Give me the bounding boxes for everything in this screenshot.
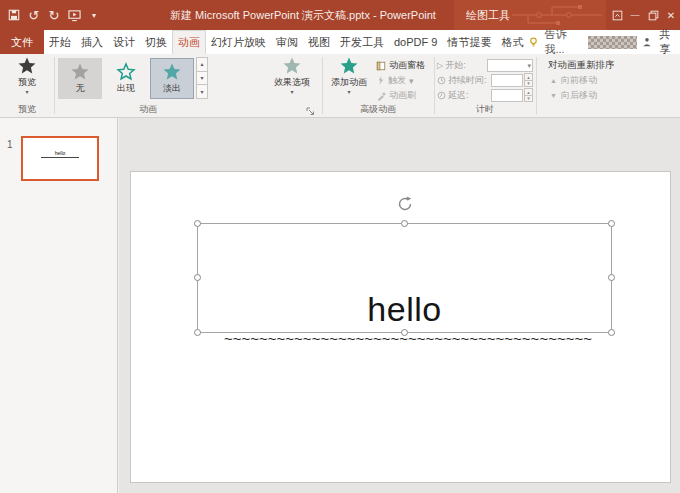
- animation-appear-option[interactable]: 出现: [104, 58, 148, 99]
- duration-label: 持续时间:: [448, 74, 487, 87]
- duration-input[interactable]: [491, 74, 523, 87]
- minimize-button[interactable]: —: [626, 0, 644, 30]
- animation-fade-option-selected[interactable]: 淡出: [150, 58, 194, 99]
- tab-developer[interactable]: 开发工具: [335, 30, 389, 54]
- redo-icon: ↻: [49, 8, 60, 23]
- duration-row: 持续时间: ▴ ▾: [437, 74, 533, 87]
- drawing-tools-decoration: [512, 3, 604, 27]
- slide-thumbnail[interactable]: hello: [21, 136, 99, 181]
- ribbon-display-options-button[interactable]: [608, 0, 626, 30]
- up-icon: ▴: [200, 61, 203, 67]
- animation-group-label: 动画: [54, 103, 242, 116]
- add-animation-label: 添加动画: [331, 77, 367, 88]
- tab-storyboarding[interactable]: 情节提要: [442, 30, 496, 54]
- move-earlier-label: 向前移动: [561, 74, 597, 87]
- delay-spinner: ▴ ▾: [524, 89, 533, 102]
- gallery-down-button[interactable]: ▾: [196, 71, 208, 86]
- qat-customize-button[interactable]: ▾: [84, 0, 104, 30]
- ribbon-tab-bar: 文件 开始 插入 设计 切换 动画 幻灯片放映 审阅 视图 开发工具 doPDF…: [0, 30, 680, 54]
- powerpoint-window: ↺ ↻ ▾ 新建 Microsoft PowerPoint 演示文稿.pptx …: [0, 0, 680, 493]
- more-icon: ▾: [200, 89, 203, 95]
- selection-handle-middle-right[interactable]: [608, 274, 615, 281]
- effect-options-star-icon: [282, 56, 302, 76]
- tab-slide-show[interactable]: 幻灯片放映: [206, 30, 271, 54]
- close-button[interactable]: ✕: [662, 0, 680, 30]
- animation-option-label: 出现: [117, 83, 135, 93]
- restore-icon: [648, 10, 659, 21]
- move-earlier-button[interactable]: ▲ 向前移动: [550, 74, 597, 87]
- tab-review[interactable]: 审阅: [271, 30, 303, 54]
- slide[interactable]: hello ~~~~~~~~~~~~~~~~~~~~~~~~~~~~~~~~~~…: [130, 171, 671, 483]
- reorder-header: 对动画重新排序: [548, 59, 615, 72]
- tab-insert[interactable]: 插入: [76, 30, 108, 54]
- animation-pane-button[interactable]: 动画窗格: [376, 59, 425, 72]
- duration-spinner: ▴ ▾: [524, 74, 533, 87]
- group-reorder-animation: 对动画重新排序 ▲ 向前移动 ▼ 向后移动: [536, 54, 680, 117]
- tab-format[interactable]: 格式: [496, 30, 528, 54]
- tab-transitions[interactable]: 切换: [140, 30, 172, 54]
- squiggle-line[interactable]: ~~~~~~~~~~~~~~~~~~~~~~~~~~~~~~~~~~~~~~~~…: [219, 333, 597, 345]
- restore-button[interactable]: [644, 0, 662, 30]
- selection-handle-bottom-right[interactable]: [608, 329, 615, 336]
- add-animation-button[interactable]: 添加动画 ▾: [324, 56, 374, 96]
- quick-access-toolbar: ↺ ↻ ▾: [4, 0, 104, 30]
- trigger-label: 触发: [388, 74, 406, 87]
- start-select[interactable]: ▾: [487, 59, 533, 72]
- duration-down-button[interactable]: ▾: [524, 80, 533, 88]
- effect-options-button[interactable]: 效果选项 ▾: [264, 56, 320, 96]
- animation-dialog-launcher[interactable]: [305, 103, 316, 114]
- down-icon: ▾: [200, 75, 203, 81]
- tab-file[interactable]: 文件: [0, 30, 44, 54]
- group-preview: 预览 ▾ 预览: [0, 54, 54, 117]
- gallery-more-button[interactable]: ▾: [196, 84, 208, 99]
- preview-button[interactable]: 预览 ▾: [2, 56, 52, 96]
- animation-none-option[interactable]: 无: [58, 58, 102, 99]
- undo-button[interactable]: ↺: [24, 0, 44, 30]
- animation-pane-icon: [376, 61, 386, 71]
- text-box[interactable]: hello: [197, 223, 612, 333]
- ribbon: 预览 ▾ 预览 无 出现 淡出 ▴ ▾ ▾: [0, 54, 680, 118]
- start-row: ▷ 开始: ▾: [437, 59, 533, 72]
- appear-star-icon: [116, 62, 136, 82]
- delay-input[interactable]: [491, 89, 523, 102]
- selection-handle-top-middle[interactable]: [401, 220, 408, 227]
- preview-group-label: 预览: [0, 103, 54, 116]
- animation-pane-label: 动画窗格: [389, 59, 425, 72]
- trigger-button[interactable]: 触发 ▾: [376, 74, 414, 87]
- tell-me-box[interactable]: 告诉我...: [544, 27, 582, 57]
- start-play-icon: ▷: [437, 61, 443, 70]
- selection-handle-top-right[interactable]: [608, 220, 615, 227]
- gallery-up-button[interactable]: ▴: [196, 57, 208, 72]
- tab-dopdf9[interactable]: doPDF 9: [389, 30, 442, 54]
- share-button[interactable]: 共享: [642, 27, 675, 57]
- redo-button[interactable]: ↻: [44, 0, 64, 30]
- slide-number: 1: [7, 139, 13, 150]
- delay-down-button[interactable]: ▾: [524, 95, 533, 103]
- save-button[interactable]: [4, 0, 24, 30]
- minimize-icon: —: [631, 10, 640, 20]
- slide-thumbnail-panel: 1 hello: [0, 118, 118, 493]
- move-later-icon: ▼: [550, 92, 557, 99]
- tab-design[interactable]: 设计: [108, 30, 140, 54]
- start-slideshow-button[interactable]: [64, 0, 84, 30]
- chevron-down-icon: ▾: [347, 89, 350, 96]
- move-later-button[interactable]: ▼ 向后移动: [550, 89, 597, 102]
- chevron-down-icon: ▾: [25, 89, 28, 96]
- gallery-scrollbar: ▴ ▾ ▾: [196, 58, 208, 99]
- group-advanced-animation: 添加动画 ▾ 动画窗格 触发 ▾ 动画刷 高级动画: [322, 54, 434, 117]
- move-earlier-icon: ▲: [550, 77, 557, 84]
- selection-handle-middle-left[interactable]: [194, 274, 201, 281]
- rotation-handle-icon: [397, 196, 413, 212]
- rotation-handle[interactable]: [397, 196, 413, 212]
- move-later-label: 向后移动: [561, 89, 597, 102]
- selection-handle-top-left[interactable]: [194, 220, 201, 227]
- tab-view[interactable]: 视图: [303, 30, 335, 54]
- tab-animations[interactable]: 动画: [172, 30, 206, 54]
- tab-home[interactable]: 开始: [44, 30, 76, 54]
- fade-star-icon: [162, 62, 182, 82]
- add-animation-star-icon: [339, 56, 359, 76]
- chevron-down-icon: ▾: [527, 61, 531, 71]
- down-icon: ▾: [527, 80, 530, 86]
- animation-painter-button[interactable]: 动画刷: [376, 89, 416, 102]
- selection-handle-bottom-left[interactable]: [194, 329, 201, 336]
